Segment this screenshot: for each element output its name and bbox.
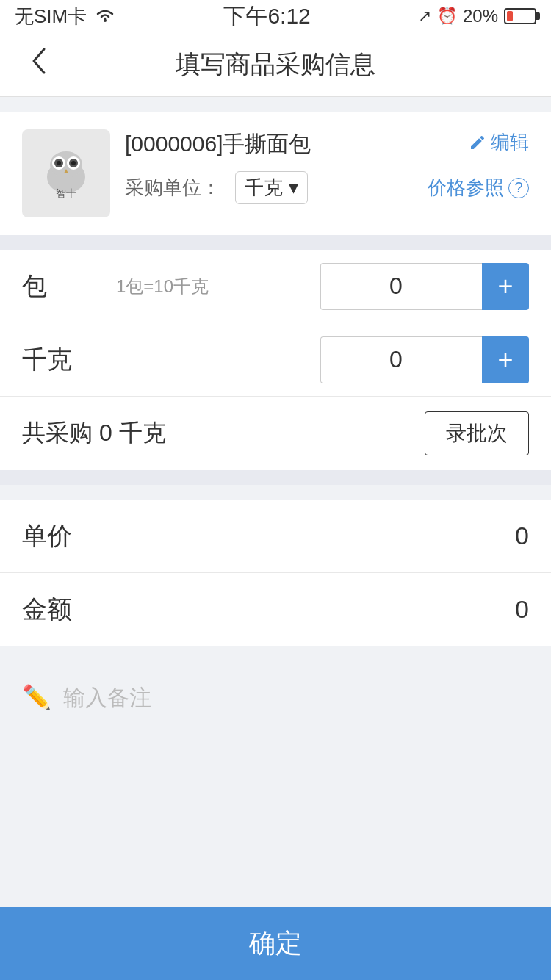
divider-2 bbox=[0, 470, 551, 485]
product-header: [0000006]手撕面包 编辑 bbox=[125, 129, 529, 159]
back-button[interactable] bbox=[22, 39, 54, 90]
bag-quantity-input[interactable] bbox=[320, 263, 482, 310]
bag-input-right: + bbox=[320, 263, 529, 310]
divider-1 bbox=[0, 235, 551, 250]
kg-input-right: + bbox=[320, 336, 529, 383]
product-card: 智十 [0000006]手撕面包 编辑 采购单位： 千克 ▾ 价格参照 ? bbox=[0, 112, 551, 235]
purchase-unit-label: 采购单位： bbox=[125, 175, 220, 201]
unit-price-row: 单价 0 bbox=[0, 500, 551, 573]
amount-label: 金额 bbox=[22, 593, 72, 627]
svg-text:智十: 智十 bbox=[56, 187, 76, 199]
svg-point-0 bbox=[104, 19, 107, 22]
spacer bbox=[0, 735, 551, 882]
input-section: 包 1包=10千克 + 千克 + bbox=[0, 250, 551, 397]
status-time: 下午6:12 bbox=[223, 1, 310, 32]
note-section[interactable]: ✏️ 输入备注 bbox=[0, 661, 551, 735]
help-icon: ? bbox=[508, 178, 529, 198]
note-placeholder: 输入备注 bbox=[63, 683, 151, 713]
wifi-icon bbox=[94, 5, 116, 28]
svg-point-8 bbox=[71, 161, 76, 165]
pencil-icon: ✏️ bbox=[22, 683, 51, 711]
nav-bar: 填写商品采购信息 bbox=[0, 32, 551, 97]
edit-button[interactable]: 编辑 bbox=[469, 129, 529, 155]
product-name: [0000006]手撕面包 bbox=[125, 129, 311, 159]
price-reference-button[interactable]: 价格参照 ? bbox=[428, 175, 529, 201]
status-right: ↗ ⏰ 20% bbox=[418, 6, 536, 26]
status-left: 无SIM卡 bbox=[15, 4, 116, 29]
location-icon: ↗ bbox=[418, 7, 431, 26]
unit-price-label: 单价 bbox=[22, 519, 72, 553]
kg-plus-button[interactable]: + bbox=[482, 336, 529, 383]
product-image: 智十 bbox=[22, 129, 110, 217]
kg-quantity-input[interactable] bbox=[320, 336, 482, 383]
confirm-button[interactable]: 确定 bbox=[0, 907, 551, 980]
total-row: 共采购 0 千克 录批次 bbox=[0, 397, 551, 470]
carrier-text: 无SIM卡 bbox=[15, 4, 87, 29]
bag-input-row: 包 1包=10千克 + bbox=[0, 250, 551, 323]
amount-value: 0 bbox=[515, 595, 529, 624]
kg-input-row: 千克 + bbox=[0, 323, 551, 397]
batch-button[interactable]: 录批次 bbox=[425, 411, 529, 455]
battery-percent: 20% bbox=[463, 6, 498, 26]
unit-price-value: 0 bbox=[515, 522, 529, 550]
dropdown-icon: ▾ bbox=[289, 176, 298, 199]
status-bar: 无SIM卡 下午6:12 ↗ ⏰ 20% bbox=[0, 0, 551, 32]
kg-label: 千克 bbox=[22, 343, 110, 377]
product-logo: 智十 bbox=[37, 144, 96, 203]
unit-value: 千克 bbox=[245, 175, 283, 201]
total-label: 共采购 0 千克 bbox=[22, 417, 166, 450]
bag-plus-button[interactable]: + bbox=[482, 263, 529, 310]
product-info: [0000006]手撕面包 编辑 采购单位： 千克 ▾ 价格参照 ? bbox=[125, 129, 529, 204]
svg-point-7 bbox=[57, 161, 61, 165]
bag-sub: 1包=10千克 bbox=[116, 275, 209, 298]
page-title: 填写商品采购信息 bbox=[176, 48, 375, 82]
bag-label: 包 bbox=[22, 270, 110, 303]
alarm-icon: ⏰ bbox=[437, 7, 457, 26]
unit-row: 采购单位： 千克 ▾ 价格参照 ? bbox=[125, 171, 529, 204]
unit-select[interactable]: 千克 ▾ bbox=[235, 171, 308, 204]
battery-icon bbox=[504, 8, 536, 24]
amount-row: 金额 0 bbox=[0, 573, 551, 646]
price-section: 单价 0 金额 0 bbox=[0, 500, 551, 646]
